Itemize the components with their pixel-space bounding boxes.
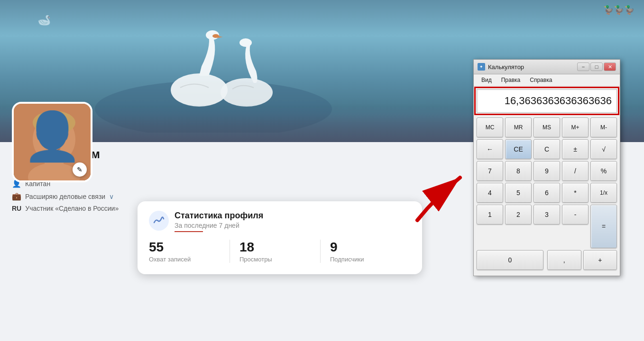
- calc-btn-8[interactable]: 8: [505, 161, 532, 181]
- calc-btn-6[interactable]: 6: [534, 183, 560, 203]
- calc-btn-multiply[interactable]: *: [562, 183, 589, 203]
- calc-display: 16,3636363636363636: [477, 89, 617, 113]
- calc-row-0: 0 , +: [477, 250, 617, 270]
- calc-menu-help[interactable]: Справка: [525, 75, 557, 85]
- calc-btn-mc[interactable]: MC: [477, 117, 503, 137]
- calc-btn-equals[interactable]: =: [590, 205, 617, 248]
- calc-buttons: MC MR MS M+ M- ← CE C ± √ 7 8 9 / %: [474, 116, 620, 276]
- svg-point-4: [221, 78, 273, 107]
- calc-row-123: 1 2 3 - =: [477, 205, 617, 248]
- svg-point-7: [33, 116, 75, 163]
- calculator-window: ✦ Калькулятор − □ ✕ Вид Правка Справка 1…: [473, 59, 620, 276]
- svg-point-9: [44, 134, 50, 140]
- stat-views-value: 18: [239, 240, 311, 255]
- calc-btn-9[interactable]: 9: [534, 161, 560, 181]
- calc-btn-ce[interactable]: CE: [505, 139, 532, 159]
- duck-birds: 🦆🦆🦆: [603, 5, 635, 15]
- expand-link[interactable]: ∨: [109, 193, 114, 200]
- profile-avatar: ✎: [12, 102, 92, 182]
- calc-menu-edit[interactable]: Правка: [497, 75, 525, 85]
- avatar-edit-button[interactable]: ✎: [73, 162, 87, 177]
- profile-activity: 💼 Расширяю деловые связи ∨: [12, 192, 119, 201]
- stat-subscribers-value: 9: [330, 240, 401, 255]
- stat-views-label: Просмотры: [239, 256, 311, 263]
- stats-numbers: 55 Охват записей 18 Просмотры 9 Подписчи…: [149, 240, 411, 263]
- stats-icon: [149, 211, 169, 231]
- stat-subscribers-label: Подписчики: [330, 256, 401, 263]
- calc-btn-decimal[interactable]: ,: [547, 250, 581, 270]
- calc-btn-3[interactable]: 3: [534, 205, 560, 224]
- profile-badge: RU Участник «Сделано в России»: [12, 205, 119, 212]
- calc-btn-plusminus[interactable]: ±: [562, 139, 589, 159]
- stats-title: Статистика профиля: [175, 211, 263, 221]
- calc-btn-4[interactable]: 4: [477, 183, 503, 203]
- calc-btn-plus[interactable]: +: [583, 250, 617, 270]
- stat-reach-label: Охват записей: [149, 256, 220, 263]
- calc-title-buttons: − □ ✕: [577, 63, 616, 71]
- calc-btn-minus[interactable]: -: [562, 205, 589, 224]
- calc-btn-reciprocal[interactable]: 1/x: [590, 183, 617, 203]
- heron-bird: 🦢: [38, 14, 51, 27]
- calc-row-ops1: ← CE C ± √: [477, 139, 617, 159]
- calc-btn-percent[interactable]: %: [590, 161, 617, 181]
- calc-btn-sqrt[interactable]: √: [590, 139, 617, 159]
- stats-card: Статистика профиля За последние 7 дней 5…: [138, 201, 422, 274]
- stat-reach: 55 Охват записей: [149, 240, 230, 263]
- briefcase-icon: 💼: [12, 192, 21, 201]
- stats-title-area: Статистика профиля За последние 7 дней: [175, 211, 263, 232]
- svg-point-10: [58, 134, 64, 140]
- calc-btn-c[interactable]: C: [534, 139, 560, 159]
- stat-reach-value: 55: [149, 240, 220, 255]
- calc-btn-7[interactable]: 7: [477, 161, 503, 181]
- svg-point-5: [239, 38, 252, 47]
- calc-display-value: 16,3636363636363636: [505, 95, 612, 107]
- calc-menu-view[interactable]: Вид: [477, 75, 497, 85]
- calculator-icon: ✦: [478, 63, 485, 71]
- calc-btn-0[interactable]: 0: [477, 250, 543, 270]
- calc-btn-mr[interactable]: MR: [505, 117, 532, 137]
- calc-btn-5[interactable]: 5: [505, 183, 532, 203]
- calc-btn-1[interactable]: 1: [477, 205, 503, 224]
- svg-point-1: [171, 73, 228, 107]
- svg-rect-12: [45, 161, 64, 182]
- calc-minimize-button[interactable]: −: [577, 63, 589, 71]
- stats-subtitle: За последние 7 дней: [175, 222, 263, 229]
- stat-views: 18 Просмотры: [239, 240, 321, 263]
- calc-btn-mplus[interactable]: M+: [562, 117, 589, 137]
- calc-row-memory: MC MR MS M+ M-: [477, 117, 617, 137]
- calc-row-456: 4 5 6 * 1/x: [477, 183, 617, 203]
- calc-btn-ms[interactable]: MS: [534, 117, 560, 137]
- stats-underline: [175, 231, 203, 232]
- stat-subscribers: 9 Подписчики: [330, 240, 411, 263]
- calc-row-789: 7 8 9 / %: [477, 161, 617, 181]
- stats-header: Статистика профиля За последние 7 дней: [149, 211, 411, 232]
- calc-title-text: Калькулятор: [488, 63, 524, 71]
- svg-point-8: [33, 111, 75, 135]
- calc-close-button[interactable]: ✕: [604, 63, 616, 71]
- calc-titlebar: ✦ Калькулятор − □ ✕: [474, 60, 620, 74]
- calc-btn-mminus[interactable]: M-: [590, 117, 617, 137]
- calc-btn-back[interactable]: ←: [477, 139, 503, 159]
- calc-maximize-button[interactable]: □: [590, 63, 603, 71]
- calc-btn-2[interactable]: 2: [505, 205, 532, 224]
- calc-title-left: ✦ Калькулятор: [478, 63, 524, 71]
- calc-btn-divide[interactable]: /: [562, 161, 589, 181]
- pencil-icon: ✎: [77, 166, 83, 173]
- calc-menubar: Вид Правка Справка: [474, 74, 620, 86]
